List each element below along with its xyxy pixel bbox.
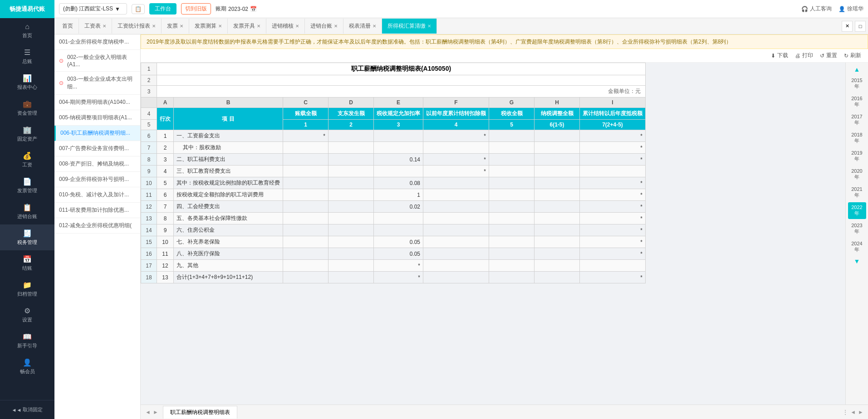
- reset-button[interactable]: ↺ 重置: [820, 52, 837, 59]
- year-2018[interactable]: 2018年: [848, 130, 866, 146]
- tab-invoice-calc[interactable]: 发票测算 ✕: [189, 19, 228, 34]
- year-2024[interactable]: 2024年: [848, 239, 866, 255]
- left-panel: 001-企业所得税年度纳税申... ⊙ 002-一般企业收入明细表(A1... …: [54, 34, 141, 419]
- tab-tax-register[interactable]: 税表清册 ✕: [343, 19, 382, 34]
- year-2019[interactable]: 2019年: [848, 148, 866, 165]
- app-logo: 畅捷通易代账: [0, 0, 54, 18]
- year-panel: ▲ 2015年 2016年 2017年 2018年 2019年 2020年 20…: [845, 63, 868, 404]
- sidebar-item-settings[interactable]: ⚙ 设置: [0, 302, 54, 328]
- data-row-15: 15 10 七、补充养老保险 0.05 *: [141, 236, 646, 248]
- notice-bar: 2019年度涉及取以前年度结转数据的申报表单元格需要手工维护正确，才能保证本年及…: [141, 34, 868, 49]
- sidebar-item-home[interactable]: ⌂ 首页: [0, 18, 54, 44]
- sidebar-item-member[interactable]: 👤 畅会员: [0, 354, 54, 380]
- tab-payroll[interactable]: 工资表 ✕: [79, 19, 112, 34]
- sidebar-item-archive[interactable]: 📁 归档管理: [0, 276, 54, 302]
- sidebar-item-report[interactable]: 📊 报表中心: [0, 69, 54, 95]
- scroll-right-icon[interactable]: ►: [153, 409, 158, 415]
- left-panel-item-001[interactable]: 001-企业所得税年度纳税申...: [54, 34, 140, 50]
- sheet-title: 职工薪酬纳税调整明细表(A105050): [351, 65, 451, 72]
- user-service-btn[interactable]: 🎧 人工客询: [801, 5, 832, 13]
- col-letter-header: A B C D E F G H I: [141, 97, 646, 108]
- sidebar-item-closing[interactable]: 📅 结账: [0, 250, 54, 276]
- left-panel-item-009[interactable]: 009-企业所得税弥补亏损明...: [54, 172, 140, 187]
- left-panel-item-010[interactable]: 010-免税、减计收入及加计...: [54, 187, 140, 203]
- download-button[interactable]: ⬇ 下载: [771, 52, 788, 59]
- close-tabs-button[interactable]: ✕: [842, 21, 853, 32]
- sidebar-label-fixed-asset: 固定资产: [17, 136, 37, 142]
- close-tab-sales-ledger[interactable]: ✕: [334, 24, 338, 29]
- left-panel-item-007[interactable]: 007-广告费和业务宣传费明...: [54, 141, 140, 156]
- reset-icon: ↺: [820, 53, 824, 59]
- sidebar-item-payroll[interactable]: 💰 工资: [0, 147, 54, 173]
- tab-home[interactable]: 首页: [57, 19, 79, 34]
- user-name-btn[interactable]: 👤 徐瑶华: [839, 5, 863, 13]
- year-2015[interactable]: 2015年: [848, 75, 866, 92]
- year-2021[interactable]: 2021年: [848, 184, 866, 201]
- sidebar-item-invoice[interactable]: 📄 发票管理: [0, 173, 54, 199]
- close-tab-invoice[interactable]: ✕: [180, 24, 183, 29]
- left-panel-item-008[interactable]: 008-资产折旧、摊销及纳税...: [54, 156, 140, 172]
- data-row-9: 9 4 三、职工教育经费支出 *: [141, 166, 646, 177]
- company-select[interactable]: (勿删) 江西鋐宝-LSS ▼: [59, 3, 127, 15]
- scroll-left-icon[interactable]: ◄: [145, 409, 151, 415]
- main-area: (勿删) 江西鋐宝-LSS ▼ 📋 工作台 切到旧版 账期 2023-02 📅 …: [54, 0, 868, 419]
- left-panel-item-012[interactable]: 012-减免企业所得税优惠明细(: [54, 218, 140, 234]
- tab-sales-ledger[interactable]: 进销台账 ✕: [305, 19, 343, 34]
- close-tab-invoice-open[interactable]: ✕: [257, 24, 260, 29]
- headset-icon: 🎧: [801, 6, 808, 12]
- sidebar-label-tax: 税务管理: [17, 239, 37, 246]
- bottom-sheet-tab[interactable]: 职工薪酬纳税调整明细表: [163, 406, 237, 419]
- sidebar-label-payroll: 工资: [22, 161, 32, 168]
- refresh-button[interactable]: ↻ 刷新: [844, 52, 861, 59]
- left-panel-item-005[interactable]: 005-纳税调整项目明细表(A1...: [54, 110, 140, 126]
- sidebar-item-ledger[interactable]: ☰ 总账: [0, 44, 54, 69]
- row-num-7: 7: [141, 142, 157, 154]
- left-panel-item-002[interactable]: ⊙ 002-一般企业收入明细表(A1...: [54, 50, 140, 72]
- data-row-18: 18 13 合计(1+3+4+7+8+9+10+11+12) * *: [141, 272, 646, 283]
- copy-button[interactable]: 📋: [132, 4, 145, 14]
- sidebar-item-fixed-asset[interactable]: 🏢 固定资产: [0, 121, 54, 147]
- tab-sales-check[interactable]: 进销稽核 ✕: [266, 19, 305, 34]
- tab-invoice[interactable]: 发票 ✕: [162, 19, 189, 34]
- row-num-17: 17: [141, 260, 157, 272]
- tab-tax-settlement[interactable]: 所得税汇算清缴 ✕: [382, 19, 437, 34]
- year-nav-down[interactable]: ▼: [850, 257, 864, 266]
- row-num-9: 9: [141, 166, 157, 177]
- year-2017[interactable]: 2017年: [848, 112, 866, 128]
- data-row-16: 16 11 八、补充医疗保险 0.05 *: [141, 248, 646, 260]
- year-2020[interactable]: 2020年: [848, 166, 866, 183]
- year-2023[interactable]: 2023年: [848, 220, 866, 237]
- close-tab-payroll-stat[interactable]: ✕: [152, 24, 156, 29]
- close-tab-invoice-calc[interactable]: ✕: [218, 24, 222, 29]
- tab-payroll-stat[interactable]: 工资统计报表 ✕: [112, 19, 162, 34]
- sidebar-item-asset-mgmt[interactable]: 💼 资金管理: [0, 95, 54, 121]
- calendar-icon: 📅: [250, 6, 257, 12]
- row-num-8: 8: [141, 154, 157, 166]
- sidebar-item-guide[interactable]: 📖 新手引导: [0, 328, 54, 354]
- sidebar-item-tax[interactable]: 🧾 税务管理: [0, 224, 54, 250]
- row-num-12: 12: [141, 201, 157, 213]
- left-panel-item-006[interactable]: 006-职工薪酬纳税调整明细...: [54, 126, 140, 141]
- sidebar-item-sales-ledger[interactable]: 📋 进销台账: [0, 199, 54, 224]
- left-panel-item-011[interactable]: 011-研发费用加计扣除优惠...: [54, 203, 140, 218]
- sub-header-row-4: 4 行次 项 目 账载全额 支东发生额 税收规定允加扣率 以前年度累计结转扣除额…: [141, 108, 646, 120]
- warn-icon-003: ⊙: [59, 80, 64, 86]
- unit-label: 金额单位：元: [608, 88, 641, 94]
- workbench-button[interactable]: 工作台: [149, 3, 177, 15]
- year-nav-up[interactable]: ▲: [850, 65, 864, 74]
- cancel-fixed-btn[interactable]: ◄◄ 取消固定: [0, 403, 54, 417]
- tab-invoice-open[interactable]: 发票开具 ✕: [228, 19, 266, 34]
- asset-mgmt-icon: 💼: [23, 100, 32, 108]
- year-2022[interactable]: 2022年: [848, 202, 866, 219]
- left-panel-item-003[interactable]: ⊙ 003-一般企业业成本支出明细...: [54, 72, 140, 95]
- left-panel-item-004[interactable]: 004-期间费用明细表(A1040...: [54, 95, 140, 110]
- spreadsheet-main[interactable]: 1 职工薪酬纳税调整明细表(A105050) 2 3 金: [141, 63, 845, 404]
- period-switch-button[interactable]: 切到旧版: [181, 3, 211, 15]
- maximize-button[interactable]: □: [855, 21, 866, 32]
- close-tab-sales-check[interactable]: ✕: [295, 24, 299, 29]
- close-tab-payroll[interactable]: ✕: [103, 24, 106, 29]
- close-tab-tax-register[interactable]: ✕: [373, 24, 376, 29]
- year-2016[interactable]: 2016年: [848, 93, 866, 110]
- print-button[interactable]: 🖨 打印: [795, 52, 813, 59]
- close-tab-tax-settlement[interactable]: ✕: [427, 24, 431, 29]
